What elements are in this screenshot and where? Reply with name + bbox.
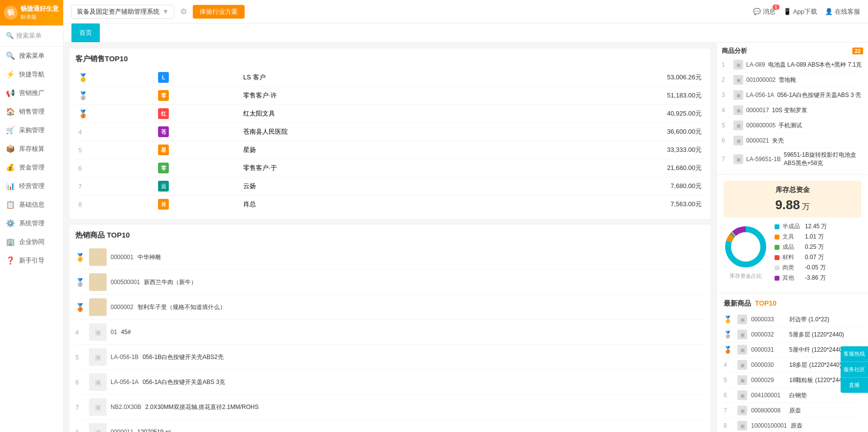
marketing-icon: 📢 xyxy=(6,89,15,97)
sidebar-item-enterprise[interactable]: 🏢企业协同 xyxy=(0,233,63,251)
float-service-panel: 客服热线服务社区直播 xyxy=(841,346,868,393)
product-thumbnail-placeholder: ▣ xyxy=(89,398,107,416)
sidebar-item-marketing[interactable]: 📢营销推广 xyxy=(0,84,63,102)
inventory-total-value-row: 9.88 万 xyxy=(729,197,856,213)
product-icon: ▣ xyxy=(737,330,747,339)
customer-top10-table: 🥇 L LS 客户 53,006.26元 🥈 零 零售客户·许 51,183.0… xyxy=(75,69,705,213)
product-icon: ▣ xyxy=(737,345,747,355)
float-service-客服热线[interactable]: 客服热线 xyxy=(841,346,868,362)
product-icon: ▣ xyxy=(737,390,747,400)
list-item: 🥇 ▣ 0000033 封边带 (1.0*22) xyxy=(724,312,861,327)
tab-home[interactable]: 首页 xyxy=(71,24,100,42)
topbar-right: 💬 消息 6 📱 App下载 👤 在线客服 xyxy=(753,7,860,16)
product-thumbnail-placeholder: ▣ xyxy=(89,323,107,341)
purchase-icon: 🛒 xyxy=(6,126,15,135)
legend-dot xyxy=(775,265,779,270)
table-row: 6 零 零售客户·于 21,680.00元 xyxy=(75,159,705,177)
search-menu-button[interactable]: 🔍 搜索菜单 xyxy=(4,29,59,42)
table-row: 7 云 云扬 7,680.00元 xyxy=(75,177,705,195)
app-download-button[interactable]: 📱 App下载 xyxy=(783,7,817,16)
basics-icon: 📋 xyxy=(6,200,15,209)
table-row: 🥈 零 零售客户·许 51,183.00元 xyxy=(75,87,705,105)
customer-top10-title: 客户销售TOP10 xyxy=(75,54,705,64)
gear-icon[interactable]: ⚙ xyxy=(180,7,187,16)
legend-item: 其他 -3.86 万 xyxy=(775,274,827,282)
sidebar-item-purchase[interactable]: 🛒采购管理 xyxy=(0,121,63,140)
logo-text: 畅捷通好生意 标准版 xyxy=(21,5,59,21)
legend-item: 半成品 12.45 万 xyxy=(775,222,827,231)
product-analysis-title: 商品分析 22 xyxy=(722,47,863,55)
list-item: 6 ▣ LA-056-1A 056-1A白色按键开关盖ABS 3克 xyxy=(75,370,705,395)
product-icon: ▣ xyxy=(733,136,743,145)
table-row: 8 肖 肖总 7,563.00元 xyxy=(75,195,705,214)
list-item: 🥉 0000002 智利车子里（规格不知道填什么） xyxy=(75,295,705,320)
sidebar-search-section: 🔍 搜索菜单 xyxy=(0,25,63,47)
legend-item: 材料 0.07 万 xyxy=(775,253,827,262)
search-icon: 🔍 xyxy=(6,32,14,39)
main-area: 装备及固定资产辅助管理系统 ▼ ⚙ 体验行业方案 💬 消息 6 📱 App下载 … xyxy=(64,0,868,432)
app-icon: 📱 xyxy=(783,8,791,15)
hot-products-card: 热销商品 TOP10 🥇 0000001 中华神雕 🥈 000500001 新西… xyxy=(69,225,710,432)
sidebar-item-basics[interactable]: 📋基础信息 xyxy=(0,195,63,214)
hot-products-title: 热销商品 TOP10 xyxy=(75,231,705,240)
list-item: 7 ▣ LA-59651-1B 59651-1B旋转投影灯电池盒ABS黑色+58… xyxy=(722,148,863,170)
product-icon: ▣ xyxy=(733,105,743,115)
list-item: 2 ▣ 001000002 雪地靴 xyxy=(722,72,863,88)
inventory-icon: 📦 xyxy=(6,144,15,153)
product-thumbnail-placeholder: ▣ xyxy=(89,423,107,432)
tabs-bar: 首页 xyxy=(64,24,868,43)
product-icon: ▣ xyxy=(737,360,747,370)
svg-point-6 xyxy=(731,232,760,262)
sidebar-item-inventory[interactable]: 📦库存核算 xyxy=(0,140,63,158)
latest-products-title: 最新商品 TOP10 xyxy=(724,299,861,308)
product-icon: ▣ xyxy=(733,154,743,164)
product-icon: ▣ xyxy=(733,75,743,85)
sidebar-item-operations[interactable]: 📊经营管理 xyxy=(0,177,63,195)
sidebar: 畅 畅捷通好生意 标准版 🔍 搜索菜单 🔍搜索菜单⚡快捷导航📢营销推广🏠销售管理… xyxy=(0,0,64,432)
trial-button[interactable]: 体验行业方案 xyxy=(193,5,245,19)
product-thumbnail-placeholder: ▣ xyxy=(89,348,107,366)
legend-item: 肉类 -0.05 万 xyxy=(775,264,827,272)
list-item: 8 ▣ 10000100001 原壶 xyxy=(724,418,861,432)
list-item: 5 ▣ 000800005 手机测试 xyxy=(722,118,863,133)
table-row: 🥇 L LS 客户 53,006.26元 xyxy=(75,69,705,87)
sidebar-logo: 畅 畅捷通好生意 标准版 xyxy=(0,0,63,25)
product-thumbnail xyxy=(89,273,107,291)
list-item: 🥈 000500001 新西兰牛肉（新牛） xyxy=(75,270,705,295)
sidebar-item-search[interactable]: 🔍搜索菜单 xyxy=(0,47,63,65)
online-service-button[interactable]: 👤 在线客服 xyxy=(825,7,860,16)
notification-icon: 💬 xyxy=(753,8,761,15)
logo-icon: 畅 xyxy=(4,6,18,20)
list-item: 🥇 0000001 中华神雕 xyxy=(75,245,705,270)
content-left: 客户销售TOP10 🥇 L LS 客户 53,006.26元 🥈 零 零售客户·… xyxy=(64,43,716,432)
system-selector[interactable]: 装备及固定资产辅助管理系统 ▼ xyxy=(71,5,174,19)
donut-chart: 库存资金占比 xyxy=(724,225,768,280)
list-item: 1 ▣ LA-089 电池盖 LA-089 ABS本色+黑种 7.1克 xyxy=(722,57,863,72)
finance-icon: 💰 xyxy=(6,163,15,172)
operations-icon: 📊 xyxy=(6,182,15,191)
sidebar-item-system[interactable]: ⚙️系统管理 xyxy=(0,214,63,233)
donut-legend: 半成品 12.45 万 文具 1.01 万 成品 0.25 万 材料 0.07 … xyxy=(775,222,827,282)
legend-dot xyxy=(775,224,779,229)
table-row: 🥉 红 红太阳文具 40,925.00元 xyxy=(75,105,705,123)
product-analysis-section: 商品分析 22 1 ▣ LA-089 电池盖 LA-089 ABS本色+黑种 7… xyxy=(717,43,868,175)
float-service-直播[interactable]: 直播 xyxy=(841,378,868,393)
legend-dot xyxy=(775,276,779,281)
list-item: 8 ▣ 0000011 12070519-xs xyxy=(75,420,705,432)
service-icon: 👤 xyxy=(825,8,833,15)
sidebar-item-finance[interactable]: 💰资金管理 xyxy=(0,158,63,177)
donut-chart-area: 库存资金占比 半成品 12.45 万 文具 1.01 万 成品 0.25 万 材… xyxy=(724,222,861,282)
table-row: 4 苍 苍南县人民医院 36,600.00元 xyxy=(75,123,705,141)
float-service-服务社区[interactable]: 服务社区 xyxy=(841,362,868,378)
sidebar-item-sales[interactable]: 🏠销售管理 xyxy=(0,102,63,121)
list-item: 3 ▣ LA-056-1A 056-1A白色按键开关盖ABS 3 壳 xyxy=(722,88,863,103)
topbar: 装备及固定资产辅助管理系统 ▼ ⚙ 体验行业方案 💬 消息 6 📱 App下载 … xyxy=(64,0,868,24)
list-item: 5 ▣ LA-056-1B 056-1B白色按键开关壳ABS2壳 xyxy=(75,345,705,370)
list-item: 7 ▣ NB2.0X30B 2.0X30MM双搓花轴,搓花直径2.1MM/ROH… xyxy=(75,395,705,420)
product-icon: ▣ xyxy=(737,406,747,415)
sidebar-item-guide[interactable]: ❓新手引导 xyxy=(0,251,63,270)
product-thumbnail-placeholder: ▣ xyxy=(89,373,107,391)
notification-button[interactable]: 💬 消息 6 xyxy=(753,7,776,16)
sidebar-nav: 🔍搜索菜单⚡快捷导航📢营销推广🏠销售管理🛒采购管理📦库存核算💰资金管理📊经营管理… xyxy=(0,47,63,270)
sidebar-item-quick-nav[interactable]: ⚡快捷导航 xyxy=(0,65,63,84)
